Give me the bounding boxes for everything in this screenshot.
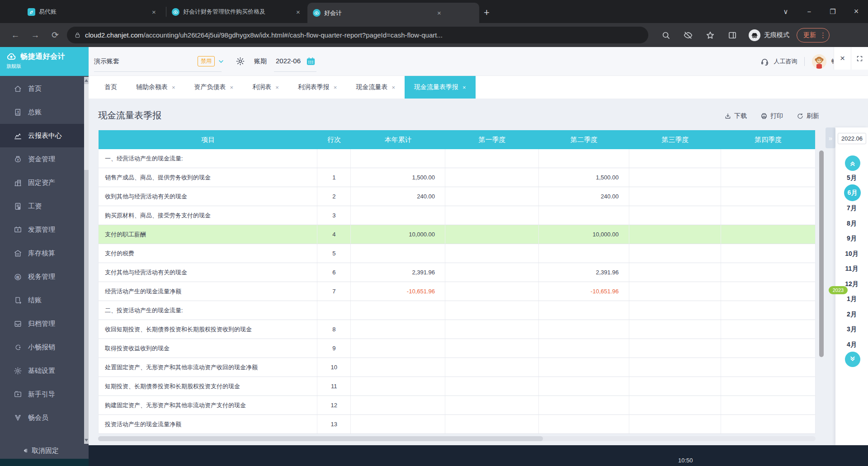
sidebar-item-gear[interactable]: 基础设置 [0,359,89,382]
support-link[interactable]: 人工咨询 [774,57,797,66]
settings-gear-icon[interactable] [236,56,245,66]
month-item[interactable]: 4月 [835,339,868,350]
tab-close-icon[interactable]: × [275,84,279,91]
sidebar-item-member[interactable]: 畅会员 [0,406,89,429]
sidebar-item-inventory[interactable]: 库存核算 [0,241,89,265]
sidebar-item-ledger[interactable]: ¥总账 [0,100,89,124]
eye-off-icon[interactable] [684,31,693,40]
sidebar-item-moneybag[interactable]: ¥资金管理 [0,147,89,171]
scroll-months-down-button[interactable] [845,352,860,367]
sidebar-item-chart[interactable]: 云报表中心 [0,124,89,147]
table-row[interactable]: 支付其他与经营活动有关的现金62,391.962,391.96 [99,263,815,282]
sidebar-item-tax[interactable]: 税税务管理 [0,265,89,288]
forward-button[interactable]: → [25,30,45,40]
workspace-tab[interactable]: 利润表× [243,76,288,99]
refresh-button[interactable]: 刷新 [797,112,819,120]
close-window-button[interactable]: × [844,0,868,23]
month-item[interactable]: 2月 [835,309,868,320]
fullscreen-button[interactable] [851,47,868,70]
table-row[interactable]: 一、经营活动产生的现金流量: [99,149,815,168]
table-row[interactable]: 短期投资、长期债券投资和长期股权投资支付的现金11 [99,377,815,396]
month-item[interactable]: 8月 [835,218,868,229]
minimize-button[interactable]: − [797,0,821,23]
more-menu-icon[interactable]: ⋮ [820,31,826,39]
calendar-icon[interactable] [306,56,316,66]
sidebar-unpin-button[interactable]: 取消固定 [0,444,89,457]
sidebar-item-invoice[interactable]: ¥发票管理 [0,218,89,241]
workspace-tab[interactable]: 现金流量表× [346,76,405,99]
user-avatar[interactable] [812,54,826,69]
download-button[interactable]: 下载 [724,112,747,120]
sidebar-item-guide[interactable]: 新手引导 [0,382,89,406]
table-row[interactable]: 投资活动产生的现金流量净额13 [99,415,815,434]
workspace-tab[interactable]: 首页 [95,76,127,99]
new-tab-button[interactable]: + [484,8,490,18]
reload-button[interactable]: ⟳ [45,30,65,40]
tab-close-icon[interactable]: × [392,84,395,91]
browser-tab-2[interactable]: 好会计财务管理软件购买价格及 × [166,3,307,21]
scroll-down-arrow[interactable] [85,439,88,442]
month-item[interactable]: 7月 [835,202,868,213]
tab-close-icon[interactable]: × [295,8,301,16]
month-item[interactable]: 11月 [835,263,868,274]
month-item[interactable]: 9月 [835,233,868,244]
scrollbar-thumb[interactable] [98,436,543,441]
tab-close-icon[interactable]: × [151,8,157,16]
table-row[interactable]: 支付的税费5 [99,244,815,263]
side-panel-icon[interactable] [728,31,737,40]
month-item[interactable]: 1月 [835,293,868,304]
table-row[interactable]: 二、投资活动产生的现金流量: [99,301,815,320]
sidebar-item-salary[interactable]: 工资 [0,194,89,218]
tab-close-icon[interactable]: × [334,84,337,91]
sidebar-item-closing[interactable]: 结账 [0,288,89,312]
sidebar-scrollbar[interactable] [84,77,89,444]
month-item[interactable]: 12月 [835,278,868,289]
restore-button[interactable]: ❐ [821,0,844,23]
update-button[interactable]: 更新 ⋮ [797,28,830,42]
chevron-down-icon[interactable] [217,58,225,65]
bookmark-star-icon[interactable] [706,31,715,40]
table-row[interactable]: 购买原材料、商品、接受劳务支付的现金3 [99,206,815,225]
tab-close-icon[interactable]: × [230,84,234,91]
search-icon[interactable] [661,31,670,40]
month-item[interactable]: 3月 [835,324,868,334]
sidebar-item-building[interactable]: 固定资产 [0,171,89,194]
table-row[interactable]: 处置固定资产、无形资产和其他非流动资产收回的现金净额10 [99,358,815,377]
table-row[interactable]: 销售产成品、商品、提供劳务收到的现金11,500.001,500.00 [99,168,815,187]
table-row[interactable]: 经营活动产生的现金流量净额7-10,651.96-10,651.96 [99,282,815,301]
table-row[interactable]: 收回短期投资、长期债券投资和长期股权投资收到的现金8 [99,320,815,339]
sidebar-item-home[interactable]: 首页 [0,77,89,100]
table-vertical-scrollbar[interactable] [819,151,824,357]
scroll-months-up-button[interactable] [845,155,860,171]
back-button[interactable]: ← [5,30,25,40]
workspace-tab[interactable]: 现金流量表季报× [405,76,476,99]
table-row[interactable]: 购建固定资产、无形资产和其他非流动资产支付的现金12 [99,396,815,415]
expand-panel-button[interactable]: » [826,127,835,148]
close-all-tabs-button[interactable]: × [834,47,851,70]
tab-search-icon[interactable]: ∨ [774,0,797,23]
scroll-up-arrow[interactable] [85,79,88,82]
browser-tab-3-active[interactable]: 好会计 × [307,3,479,23]
table-row[interactable]: 取得投资收益收到的现金9 [99,339,815,358]
table-row[interactable]: 收到其他与经营活动有关的现金2240.00240.00 [99,187,815,206]
period-value[interactable]: 2022-06 [276,57,301,65]
month-item-selected[interactable]: 6月 [844,184,861,201]
url-bar[interactable]: cloud2.chanjet.com/accounting/uh26t264j5… [67,27,648,43]
tab-close-icon[interactable]: × [172,84,175,91]
browser-tab-1[interactable]: 易代账 × [22,3,166,21]
current-period-box[interactable]: 2022.06 [838,133,866,144]
table-row[interactable]: 支付的职工薪酬410,000.0010,000.00 [99,225,815,244]
table-horizontal-scrollbar[interactable] [98,436,816,441]
month-item[interactable]: 5月 [835,172,868,183]
sidebar-item-archive[interactable]: 归档管理 [0,312,89,335]
tab-close-icon[interactable]: × [462,84,466,91]
sidebar-item-expense[interactable]: 小畅报销 [0,335,89,359]
workspace-tab[interactable]: 利润表季报× [288,76,347,99]
workspace-tab[interactable]: 辅助余额表× [127,76,185,99]
workspace-tab[interactable]: 资产负债表× [185,76,243,99]
month-item[interactable]: 10月 [835,248,868,259]
print-button[interactable]: 打印 [760,112,783,120]
scrollbar-thumb[interactable] [84,84,89,170]
account-set-label[interactable]: 演示账套 [94,57,119,66]
tab-close-icon[interactable]: × [436,9,442,17]
